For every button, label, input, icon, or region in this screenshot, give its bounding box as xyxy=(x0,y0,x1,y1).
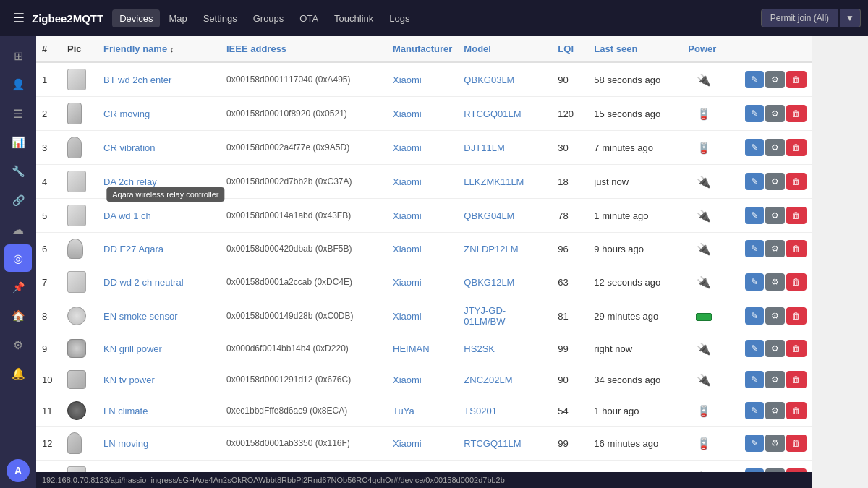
delete-button[interactable]: 🗑 xyxy=(786,273,807,291)
delete-button[interactable]: 🗑 xyxy=(786,402,807,419)
sidebar-icon-avatar[interactable]: A xyxy=(7,459,30,482)
edit-button[interactable]: ✎ xyxy=(745,240,764,257)
model-link[interactable]: TS0201 xyxy=(464,406,497,416)
model-link[interactable]: QBKG03LM xyxy=(464,74,514,85)
col-header-name[interactable]: Friendly name ↕ xyxy=(98,36,221,62)
manufacturer-link[interactable]: Xiaomi xyxy=(393,438,422,449)
manufacturer-link[interactable]: Xiaomi xyxy=(393,277,422,288)
device-name-link[interactable]: DA 2ch relay xyxy=(103,176,157,187)
delete-button[interactable]: 🗑 xyxy=(786,71,807,88)
manufacturer-link[interactable]: HEIMAN xyxy=(393,343,430,354)
manufacturer-link[interactable]: Xiaomi xyxy=(393,244,422,254)
manufacturer-link[interactable]: Xiaomi xyxy=(393,374,422,385)
model-link[interactable]: ZNLDP12LM xyxy=(464,244,518,254)
nav-devices[interactable]: Devices xyxy=(112,9,160,27)
manufacturer-link[interactable]: Xiaomi xyxy=(393,176,422,187)
model-link[interactable]: RTCGQ01LM xyxy=(464,108,521,119)
manufacturer-link[interactable]: TuYa xyxy=(393,406,414,416)
manufacturer-link[interactable]: Xiaomi xyxy=(393,142,422,153)
sidebar-icon-chart[interactable]: 📊 xyxy=(4,129,32,156)
edit-button[interactable]: ✎ xyxy=(745,340,764,357)
col-header-model[interactable]: Model xyxy=(458,36,552,62)
edit-button[interactable]: ✎ xyxy=(745,71,764,88)
edit-button[interactable]: ✎ xyxy=(745,207,764,224)
nav-logs[interactable]: Logs xyxy=(382,9,417,27)
col-header-lqi[interactable]: LQI xyxy=(552,36,588,62)
delete-button[interactable]: 🗑 xyxy=(786,371,807,388)
config-button[interactable]: ⚙ xyxy=(765,307,785,325)
permit-join-button[interactable]: Permit join (All) xyxy=(761,9,838,27)
nav-groups[interactable]: Groups xyxy=(246,9,292,27)
sidebar-icon-home[interactable]: 🏠 xyxy=(4,302,32,330)
edit-button[interactable]: ✎ xyxy=(745,105,764,122)
config-button[interactable]: ⚙ xyxy=(765,435,785,452)
device-name-link[interactable]: KN tv power xyxy=(103,374,155,385)
edit-button[interactable]: ✎ xyxy=(745,371,764,388)
sidebar-icon-grid[interactable]: ⊞ xyxy=(4,42,32,69)
nav-touchlink[interactable]: Touchlink xyxy=(327,9,380,27)
brand-name[interactable]: Zigbee2MQTT xyxy=(32,12,103,25)
device-name-link[interactable]: DD wd 2 ch neutral xyxy=(103,277,184,288)
model-link[interactable]: LLKZMK11LM xyxy=(464,176,524,187)
col-header-manufacturer[interactable]: Manufacturer xyxy=(387,36,458,62)
config-button[interactable]: ⚙ xyxy=(765,402,785,419)
delete-button[interactable]: 🗑 xyxy=(786,173,807,190)
sidebar-icon-cloud[interactable]: ☁ xyxy=(4,215,32,243)
sidebar-icon-pin[interactable]: 📌 xyxy=(4,273,32,301)
edit-button[interactable]: ✎ xyxy=(745,173,764,190)
config-button[interactable]: ⚙ xyxy=(765,207,785,224)
config-button[interactable]: ⚙ xyxy=(765,240,785,257)
device-name-link[interactable]: LN climate xyxy=(103,406,148,416)
permit-join-dropdown[interactable]: ▼ xyxy=(840,9,861,27)
model-link[interactable]: ZNCZ02LM xyxy=(464,374,512,385)
config-button[interactable]: ⚙ xyxy=(765,371,785,388)
sidebar-icon-network[interactable]: 🔗 xyxy=(4,187,32,214)
model-link[interactable]: RTCGQ11LM xyxy=(464,438,521,449)
manufacturer-link[interactable]: Xiaomi xyxy=(393,210,422,221)
sidebar-icon-wrench[interactable]: 🔧 xyxy=(4,158,32,185)
device-name-link[interactable]: DA wd 1 ch xyxy=(103,210,151,221)
edit-button[interactable]: ✎ xyxy=(745,139,764,156)
config-button[interactable]: ⚙ xyxy=(765,340,785,357)
config-button[interactable]: ⚙ xyxy=(765,139,785,156)
sidebar-icon-bell[interactable]: 🔔 xyxy=(4,360,32,388)
sidebar-icon-user[interactable]: 👤 xyxy=(4,71,32,98)
nav-ota[interactable]: OTA xyxy=(292,9,326,27)
model-link[interactable]: JTYJ-GD-01LM/BW xyxy=(464,305,506,327)
model-link[interactable]: QBKG12LM xyxy=(464,277,514,288)
delete-button[interactable]: 🗑 xyxy=(786,105,807,122)
model-link[interactable]: HS2SK xyxy=(464,343,495,354)
col-header-ieee[interactable]: IEEE address xyxy=(221,36,387,62)
edit-button[interactable]: ✎ xyxy=(745,273,764,291)
device-name-link[interactable]: LN moving xyxy=(103,438,148,449)
delete-button[interactable]: 🗑 xyxy=(786,207,807,224)
manufacturer-link[interactable]: Xiaomi xyxy=(393,108,422,119)
delete-button[interactable]: 🗑 xyxy=(786,307,807,325)
device-name-link[interactable]: CR vibration xyxy=(103,142,156,153)
edit-button[interactable]: ✎ xyxy=(745,435,764,452)
config-button[interactable]: ⚙ xyxy=(765,71,785,88)
sidebar-icon-list[interactable]: ☰ xyxy=(4,100,32,127)
delete-button[interactable]: 🗑 xyxy=(786,240,807,257)
nav-settings[interactable]: Settings xyxy=(196,9,244,27)
config-button[interactable]: ⚙ xyxy=(765,173,785,190)
edit-button[interactable]: ✎ xyxy=(745,402,764,419)
model-link[interactable]: DJT11LM xyxy=(464,142,504,153)
col-header-lastseen[interactable]: Last seen xyxy=(588,36,682,62)
hamburger-icon[interactable]: ☰ xyxy=(7,6,30,30)
manufacturer-link[interactable]: Xiaomi xyxy=(393,74,422,85)
sidebar-icon-settings[interactable]: ⚙ xyxy=(4,331,32,359)
device-name-link[interactable]: CR moving xyxy=(103,108,150,119)
col-header-power[interactable]: Power xyxy=(682,36,726,62)
delete-button[interactable]: 🗑 xyxy=(786,435,807,452)
device-name-link[interactable]: BT wd 2ch enter xyxy=(103,74,171,85)
edit-button[interactable]: ✎ xyxy=(745,307,764,325)
sidebar-icon-devices[interactable]: ◎ xyxy=(4,244,32,272)
delete-button[interactable]: 🗑 xyxy=(786,139,807,156)
manufacturer-link[interactable]: Xiaomi xyxy=(393,311,422,322)
device-name-link[interactable]: EN smoke sensor xyxy=(103,311,178,322)
config-button[interactable]: ⚙ xyxy=(765,273,785,291)
delete-button[interactable]: 🗑 xyxy=(786,340,807,357)
config-button[interactable]: ⚙ xyxy=(765,105,785,122)
nav-map[interactable]: Map xyxy=(161,9,194,27)
